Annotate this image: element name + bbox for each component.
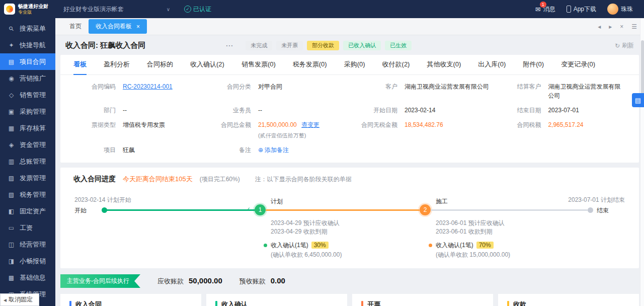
general-ledger-icon: ▥ — [8, 158, 15, 165]
stage2-percent-chip: 70% — [476, 242, 494, 249]
timeline-node-stage1[interactable]: 1 — [255, 204, 266, 215]
scrollbar-track[interactable] — [640, 18, 644, 306]
unpin-sidebar-button[interactable]: 取消固定 — [0, 293, 39, 306]
more-actions-button[interactable] — [226, 42, 233, 49]
field-label: 开始日期 — [355, 106, 397, 115]
sidebar-item-invoice[interactable]: ▨ 发票管理 — [0, 170, 55, 186]
sidebar-item-inventory[interactable]: ▦ 库存核算 — [0, 120, 55, 136]
sidebar-item-label: 项目合同 — [20, 57, 46, 66]
sidebar-item-funds[interactable]: ◈ 资金管理 — [0, 136, 55, 153]
field-remark: 备注 添加备注 — [209, 145, 355, 155]
marketing-icon: ◉ — [8, 75, 15, 82]
sidebar-item-search[interactable]: ⚲ 搜索菜单 — [0, 20, 55, 37]
sidebar-item-reimbursement[interactable]: ◨ 小畅报销 — [0, 253, 55, 269]
field-category: 合同分类 对甲合同 — [209, 82, 355, 100]
add-remark-link[interactable]: 添加备注 — [258, 145, 289, 155]
next-tab-icon[interactable] — [609, 23, 612, 30]
sidebar-item-general-ledger[interactable]: ▥ 总账管理 — [0, 153, 55, 170]
field-value: 对甲合同 — [258, 82, 282, 100]
metric-label: 应收账款 — [157, 277, 184, 286]
timeline-node-stage2[interactable]: 2 — [420, 204, 431, 215]
account-set-name: 好业财专业版演示帐套 — [63, 5, 124, 14]
sidebar-item-basic-info[interactable]: ▩ 基础信息 — [0, 269, 55, 286]
sidebar-item-quick-nav[interactable]: ✦ 快捷导航 — [0, 37, 55, 53]
app-download-button[interactable]: App下载 — [567, 5, 596, 14]
account-set-switcher[interactable]: 好业财专业版演示帐套 — [63, 5, 170, 14]
progress-completion: (项目完工60%) — [200, 175, 240, 184]
tab-tax-invoice[interactable]: 税务发票(0) — [293, 55, 327, 75]
logo-title: 畅捷通好业财 — [18, 4, 48, 10]
tab-sales-invoice[interactable]: 销售发票(0) — [242, 55, 276, 75]
tab-other-income[interactable]: 其他收支(0) — [427, 55, 461, 75]
close-tab-icon[interactable] — [136, 23, 140, 30]
phone-icon — [567, 6, 571, 13]
tab-income-confirm[interactable]: 收入确认(2) — [190, 55, 224, 75]
sidebar-item-label: 总账管理 — [20, 157, 46, 166]
timeline-start-label: 开始 — [74, 206, 87, 215]
tab-attachments[interactable]: 附件(0) — [523, 55, 544, 75]
tab-purchase[interactable]: 采购(0) — [344, 55, 365, 75]
tab-list-menu-icon[interactable] — [631, 23, 637, 30]
sidebar-item-label: 小畅报销 — [20, 257, 46, 266]
sidebar-item-operations[interactable]: ◫ 经营管理 — [0, 236, 55, 253]
card-receipt: 收款 已收款（99.77%） 21,450,000.00 未收款 50,000.… — [498, 294, 639, 306]
stage2-confirm: 收入确认(1笔)70% — [436, 241, 494, 250]
refresh-label: 刷新 — [622, 41, 634, 50]
page-title: 收入合同: 狂飙收入合同 — [65, 41, 145, 50]
progress-title: 收入合同进度 — [73, 175, 116, 184]
app-logo[interactable]: 畅捷通好业财 专业版 — [0, 4, 55, 15]
invoice-icon: ▨ — [8, 175, 15, 182]
sidebar-item-sales[interactable]: ◇ 销售管理 — [0, 87, 55, 103]
contract-info-grid: 合同编码 RC-20230214-001 合同分类 对甲合同 客户 湖南卫视商业… — [60, 75, 639, 163]
close-all-tabs-icon[interactable] — [620, 23, 623, 30]
accounts-receivable: 应收账款 50,000.00 — [157, 276, 222, 286]
sidebar-item-payroll[interactable]: ▭ 工资 — [0, 219, 55, 236]
prev-tab-icon[interactable] — [598, 23, 601, 30]
search-icon: ⚲ — [6, 23, 17, 34]
sidebar-item-label: 快捷导航 — [20, 41, 46, 50]
contract-info-panel: 看板 盈利分析 合同标的 收入确认(2) 销售发票(0) 税务发票(0) 采购(… — [60, 55, 639, 163]
view-change-link[interactable]: 查变更 — [301, 121, 319, 128]
field-end-date: 结束日期 2023-07-01 — [499, 106, 626, 115]
sidebar-item-tax[interactable]: ▧ 税务管理 — [0, 186, 55, 203]
field-label: 合同税额 — [499, 120, 541, 140]
user-menu[interactable]: 珠珠 — [607, 4, 633, 15]
page-tab-home[interactable]: 首页 — [62, 19, 89, 34]
add-remark-label: 添加备注 — [265, 146, 289, 154]
field-label: 合同分类 — [209, 82, 251, 100]
tab-payments[interactable]: 收付款(2) — [382, 55, 410, 75]
sidebar-item-label: 库存核算 — [20, 124, 46, 133]
field-bill-type: 票据类型 增值税专用发票 — [73, 120, 209, 140]
followup-header: 主营业务-合同后续执行 应收账款 50,000.00 预收账款 0.00 — [60, 274, 639, 288]
page-tab-income-contract-board[interactable]: 收入合同看板 — [89, 19, 147, 34]
messages-button[interactable]: 1 消息 — [535, 5, 555, 14]
app-download-label: App下载 — [574, 5, 596, 14]
contract-code-link[interactable]: RC-20230214-001 — [123, 82, 173, 100]
detail-tabs: 看板 盈利分析 合同标的 收入确认(2) 销售发票(0) 税务发票(0) 采购(… — [60, 55, 639, 75]
field-contract-code: 合同编码 RC-20230214-001 — [73, 82, 209, 100]
card-title: 收款 — [507, 300, 630, 306]
card-color-bar — [215, 301, 217, 306]
reimbursement-icon: ◨ — [8, 258, 15, 265]
message-icon: 1 — [535, 6, 541, 13]
tab-stock-io[interactable]: 出入库(0) — [478, 55, 506, 75]
sidebar-item-marketing[interactable]: ◉ 营销推广 — [0, 70, 55, 87]
card-title-label: 收入合同 — [75, 300, 102, 306]
tab-board[interactable]: 看板 — [73, 55, 87, 75]
refresh-button[interactable]: 刷新 — [615, 41, 634, 50]
tab-profit-analysis[interactable]: 盈利分析 — [104, 55, 130, 75]
sidebar-item-label: 固定资产 — [20, 207, 46, 216]
scrollbar-thumb[interactable] — [641, 40, 644, 101]
side-panel-toggle[interactable] — [632, 93, 644, 107]
tab-change-log[interactable]: 变更记录(0) — [561, 55, 595, 75]
stage1-amount: (确认单收款 6,450,000.00) — [271, 251, 342, 259]
stage1-percent-chip: 30% — [311, 242, 329, 249]
field-value: 增值税专用发票 — [123, 120, 165, 140]
sidebar-item-fixed-assets[interactable]: ◧ 固定资产 — [0, 203, 55, 219]
sidebar-item-purchase[interactable]: ▣ 采购管理 — [0, 103, 55, 120]
tab-contract-subject[interactable]: 合同标的 — [147, 55, 173, 75]
sidebar-item-project-contract[interactable]: ▤ 项目合同 — [0, 53, 55, 70]
tabbar-controls — [598, 23, 644, 30]
avatar — [607, 4, 618, 15]
operations-icon: ◫ — [8, 241, 15, 248]
